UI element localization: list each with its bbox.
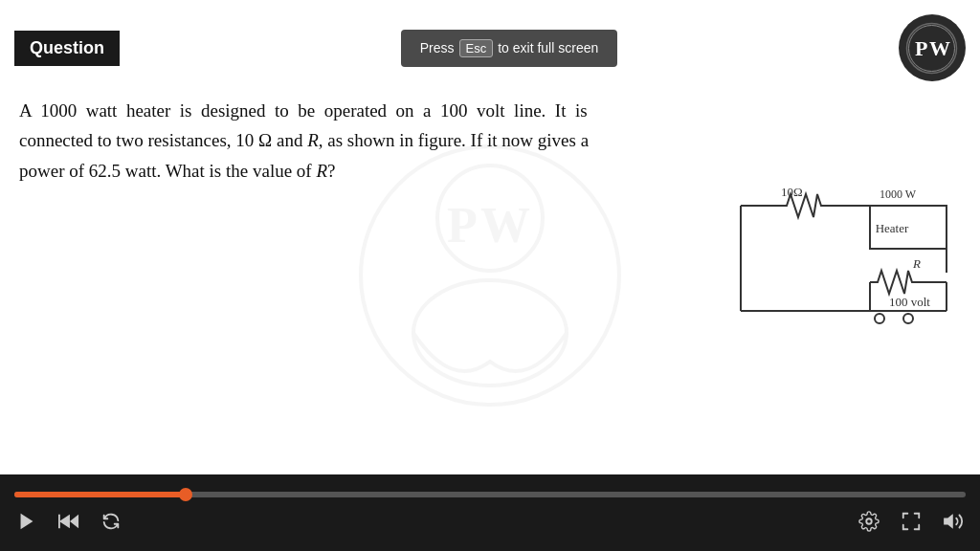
left-controls xyxy=(14,509,123,534)
esc-suffix: to exit full screen xyxy=(498,40,598,55)
progress-thumb xyxy=(179,488,192,501)
settings-icon xyxy=(858,511,880,532)
volume-icon xyxy=(943,511,964,532)
fullscreen-icon xyxy=(901,511,922,532)
question-line2: connected to two resistances, 10 Ω and R… xyxy=(19,130,589,150)
circuit-svg: 10Ω 1000 W Heater R 100 volt xyxy=(731,177,961,340)
controls-row xyxy=(14,509,966,534)
play-icon xyxy=(16,511,37,532)
voltage-label: 100 volt xyxy=(889,295,930,309)
esc-key: Esc xyxy=(459,39,494,57)
heater-name-label: Heater xyxy=(876,221,909,235)
fullscreen-button[interactable] xyxy=(899,509,924,534)
progress-fill xyxy=(14,492,186,497)
refresh-button[interactable] xyxy=(99,509,123,534)
refresh-icon xyxy=(100,511,122,532)
progress-bar[interactable] xyxy=(14,492,966,497)
top-bar: Question Press Esc to exit full screen P… xyxy=(0,0,980,86)
right-controls xyxy=(857,509,966,534)
svg-point-19 xyxy=(866,518,872,524)
resistor2-label: R xyxy=(912,256,921,271)
svg-text:W: W xyxy=(929,36,950,60)
rewind-icon xyxy=(58,511,79,532)
pw-logo: P W xyxy=(899,14,966,81)
question-line1: A 1000 watt heater is designed to be ope… xyxy=(19,100,588,121)
svg-marker-18 xyxy=(21,514,33,530)
esc-notice: Press Esc to exit full screen xyxy=(401,30,618,67)
esc-prefix: Press xyxy=(420,40,455,55)
question-line3: power of 62.5 watt. What is the value of… xyxy=(19,161,335,181)
circuit-diagram: 10Ω 1000 W Heater R 100 volt xyxy=(731,177,961,343)
play-button[interactable] xyxy=(14,509,39,534)
settings-button[interactable] xyxy=(857,509,881,534)
terminal-left xyxy=(875,314,884,323)
heater-power-label: 1000 W xyxy=(880,187,917,201)
terminal-right xyxy=(903,314,913,323)
bottom-bar xyxy=(0,474,980,551)
rewind-button[interactable] xyxy=(56,509,81,534)
svg-text:P: P xyxy=(915,36,927,60)
question-badge: Question xyxy=(14,31,120,66)
volume-button[interactable] xyxy=(941,509,966,534)
question-text: A 1000 watt heater is designed to be ope… xyxy=(19,96,861,186)
pw-logo-svg: P W xyxy=(905,22,958,75)
svg-marker-20 xyxy=(945,516,952,528)
